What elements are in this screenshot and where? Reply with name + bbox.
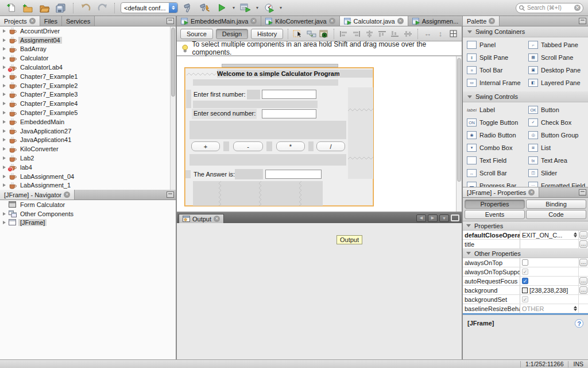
form-filler[interactable] bbox=[266, 141, 272, 151]
answer-label[interactable]: The Answer is: bbox=[194, 171, 235, 178]
collapse-triangle-icon[interactable] bbox=[467, 30, 472, 33]
palette-item-combo-box[interactable]: Combo Box bbox=[465, 141, 527, 154]
palette-item-tool-bar[interactable]: Tool Bar bbox=[465, 64, 527, 76]
minus-button[interactable]: - bbox=[233, 141, 263, 151]
connection-mode-icon[interactable] bbox=[306, 29, 316, 39]
form-filler[interactable] bbox=[185, 170, 191, 178]
tab-list-icon[interactable]: ▼ bbox=[439, 214, 449, 222]
expander-icon[interactable] bbox=[3, 183, 6, 187]
expander-icon[interactable] bbox=[3, 156, 6, 160]
tab-palette[interactable]: Palette × bbox=[463, 16, 500, 26]
expander-icon[interactable] bbox=[3, 175, 6, 178]
expander-icon[interactable] bbox=[3, 111, 6, 114]
property-value[interactable]: EXIT_ON_C... bbox=[520, 231, 578, 239]
tab-files[interactable]: Files bbox=[40, 16, 62, 26]
palette-item-list[interactable]: List bbox=[527, 141, 588, 154]
property-value[interactable]: ✓ bbox=[520, 277, 578, 285]
expander-icon[interactable] bbox=[3, 221, 6, 224]
clear-search-icon[interactable]: ✕ bbox=[574, 5, 581, 11]
answer-field[interactable] bbox=[265, 170, 322, 179]
plus-button[interactable]: + bbox=[191, 141, 220, 151]
palette-item-panel[interactable]: Panel bbox=[465, 39, 527, 51]
property-value[interactable] bbox=[520, 240, 578, 248]
editor-tab-embeddedmain-java[interactable]: EmbeddedMain.java× bbox=[177, 16, 261, 26]
form-filler[interactable] bbox=[186, 90, 191, 108]
align-left-icon[interactable] bbox=[339, 29, 349, 39]
form-filler[interactable] bbox=[235, 169, 263, 179]
tab-output[interactable]: Output × bbox=[179, 214, 224, 223]
property-value[interactable]: OTHER bbox=[520, 304, 578, 313]
project-item[interactable]: LabAssignment_04 bbox=[0, 172, 176, 181]
palette-item-formatted-field[interactable]: Formatted Field bbox=[527, 179, 588, 187]
maximize-window-icon[interactable] bbox=[451, 214, 459, 221]
float-window-icon[interactable] bbox=[167, 18, 174, 24]
close-icon[interactable]: × bbox=[329, 18, 335, 24]
project-item[interactable]: AccountDriver bbox=[0, 26, 176, 36]
code-category-button[interactable]: Code bbox=[526, 210, 586, 219]
close-icon[interactable]: × bbox=[489, 18, 495, 24]
expander-icon[interactable] bbox=[3, 75, 6, 78]
center-horizontal-icon[interactable] bbox=[365, 29, 374, 39]
project-item[interactable]: Assignment04 bbox=[0, 36, 176, 45]
float-window-icon[interactable] bbox=[579, 189, 586, 195]
expander-icon[interactable] bbox=[3, 56, 6, 60]
project-item[interactable]: BadArray bbox=[0, 45, 176, 54]
palette-item-internal-frame[interactable]: Internal Frame bbox=[465, 76, 527, 89]
palette-item-tabbed-pane[interactable]: Tabbed Pane bbox=[527, 39, 588, 51]
first-number-field[interactable] bbox=[262, 90, 316, 99]
expander-icon[interactable] bbox=[3, 102, 6, 105]
palette-item-radio-button[interactable]: Radio Button bbox=[465, 129, 527, 141]
properties-section-header[interactable]: Other Properties bbox=[463, 249, 588, 258]
float-window-icon[interactable] bbox=[167, 191, 174, 198]
vertical-filler[interactable] bbox=[348, 87, 373, 179]
project-item[interactable]: EmbeddedMain bbox=[0, 117, 176, 126]
form-filler[interactable] bbox=[247, 90, 260, 99]
tab-services[interactable]: Services bbox=[62, 16, 95, 26]
palette-item-check-box[interactable]: Check Box bbox=[527, 116, 588, 129]
form-filler[interactable] bbox=[223, 141, 229, 151]
palette-item-split-pane[interactable]: Split Pane bbox=[465, 51, 527, 64]
property-value[interactable] bbox=[520, 258, 578, 267]
clean-build-icon[interactable] bbox=[199, 2, 211, 14]
new-file-icon[interactable] bbox=[5, 2, 17, 14]
collapse-triangle-icon[interactable] bbox=[466, 252, 471, 255]
checkbox-checked-icon[interactable]: ✓ bbox=[522, 278, 528, 284]
project-item[interactable]: Chapter7_Example5 bbox=[0, 108, 176, 117]
expander-icon[interactable] bbox=[3, 29, 6, 33]
close-icon[interactable]: × bbox=[64, 191, 70, 198]
grid-icon[interactable] bbox=[448, 29, 458, 39]
palette-item-text-area[interactable]: Text Area bbox=[527, 154, 588, 167]
checkbox-unchecked-icon[interactable] bbox=[522, 259, 528, 266]
palette-item-desktop-pane[interactable]: Desktop Pane bbox=[527, 64, 588, 76]
selection-mode-icon[interactable] bbox=[293, 29, 303, 39]
configuration-dropdown[interactable]: <default conf... bbox=[121, 2, 178, 13]
binding-category-button[interactable]: Binding bbox=[526, 200, 586, 209]
palette-item-text-field[interactable]: Text Field bbox=[465, 154, 527, 167]
property-value[interactable]: [238,238,238] bbox=[520, 286, 578, 294]
projects-scrollbar[interactable] bbox=[170, 26, 176, 190]
debug-caret-icon[interactable]: ▾ bbox=[256, 5, 258, 10]
form-panel[interactable] bbox=[189, 121, 346, 139]
properties-category-button[interactable]: Properties bbox=[465, 200, 525, 209]
expander-icon[interactable] bbox=[3, 120, 6, 124]
form-title-label[interactable]: Welcome to a simple Calculator Program bbox=[217, 70, 339, 78]
palette-item-toggle-button[interactable]: Toggle Button bbox=[465, 116, 527, 129]
palette-item-button-group[interactable]: Button Group bbox=[527, 129, 588, 141]
scroll-right-icon[interactable]: ▶ bbox=[428, 214, 438, 222]
ellipsis-button[interactable]: … bbox=[579, 286, 587, 294]
close-icon[interactable]: × bbox=[250, 18, 257, 24]
jframe-form[interactable]: Welcome to a simple Calculator Program E… bbox=[184, 67, 374, 206]
form-panel[interactable] bbox=[193, 181, 323, 206]
profile-project-icon[interactable] bbox=[262, 2, 275, 14]
align-right-icon[interactable] bbox=[351, 29, 361, 39]
resize-horizontal-icon[interactable]: ↔ bbox=[423, 29, 432, 39]
tab-properties[interactable]: [JFrame] - Properties × bbox=[463, 187, 539, 197]
resize-vertical-icon[interactable]: ↕ bbox=[435, 29, 445, 39]
open-project-icon[interactable] bbox=[38, 2, 51, 14]
help-icon[interactable]: ? bbox=[575, 319, 583, 328]
expander-icon[interactable] bbox=[3, 138, 6, 141]
project-item[interactable]: Lab2 bbox=[0, 154, 176, 163]
save-all-icon[interactable] bbox=[55, 2, 67, 14]
palette-section-header[interactable]: Swing Containers bbox=[463, 26, 588, 37]
project-item[interactable]: LabAssignment_1 bbox=[0, 181, 176, 190]
